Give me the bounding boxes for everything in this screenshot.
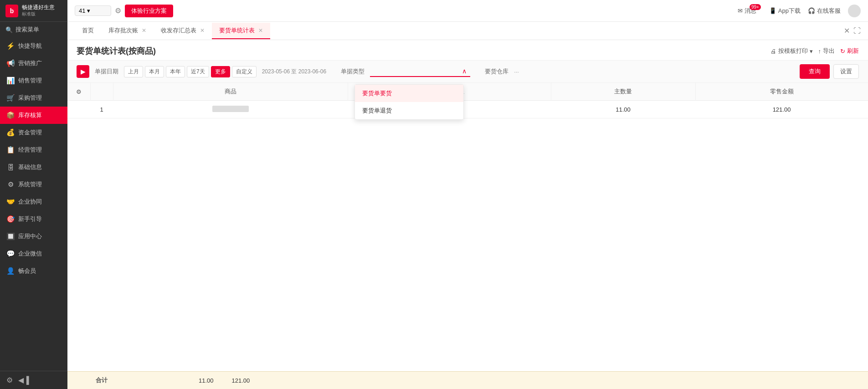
- date-range-btns: 上月 本月 本年 近7天 更多 自定义: [124, 66, 257, 77]
- filter-expand-btn[interactable]: ▶: [77, 65, 89, 78]
- page-title: 要货单统计表(按商品): [77, 46, 156, 56]
- sidebar-item-system[interactable]: ⚙ 系统管理: [0, 176, 67, 193]
- product-blurred-text: [212, 106, 249, 112]
- chevron-down-icon: ▾: [87, 7, 90, 14]
- dropdown-item-order-goods[interactable]: 要货单要货: [355, 85, 463, 102]
- date-btn-this-year[interactable]: 本年: [166, 66, 185, 77]
- tab-order-summary-close[interactable]: ✕: [258, 27, 263, 34]
- tab-inventory-batch[interactable]: 库存批次账 ✕: [101, 23, 154, 39]
- sidebar-item-purchase[interactable]: 🛒 采购管理: [0, 89, 67, 107]
- app-download-btn[interactable]: 📱 App下载: [769, 7, 801, 15]
- row-settings-cell: [67, 101, 90, 118]
- sidebar-item-label: 快捷导航: [18, 42, 42, 50]
- expand-tabs-btn[interactable]: ⛶: [853, 27, 861, 35]
- sidebar-item-marketing[interactable]: 📢 营销推广: [0, 55, 67, 72]
- messages-badge: 99+: [750, 4, 761, 10]
- wechat-icon: 💬: [6, 250, 15, 258]
- close-all-tabs-btn[interactable]: ✕: [844, 26, 850, 35]
- tab-home[interactable]: 首页: [75, 23, 101, 39]
- sidebar-item-enterprise[interactable]: 🤝 企业协同: [0, 193, 67, 210]
- sidebar-item-label: 基础信息: [18, 163, 42, 171]
- type-select-input[interactable]: [374, 68, 462, 75]
- sidebar-item-label: 销售管理: [18, 77, 42, 85]
- date-btn-more[interactable]: 更多: [211, 66, 230, 77]
- app-logo-icon: b: [5, 5, 18, 17]
- online-service-btn[interactable]: 🎧 在线客服: [808, 7, 841, 15]
- trial-industry-button[interactable]: 体验行业方案: [125, 5, 173, 17]
- app-download-label: App下载: [778, 7, 801, 15]
- sidebar-item-label: 库存核算: [18, 111, 42, 119]
- tab-receive-summary[interactable]: 收发存汇总表 ✕: [154, 23, 212, 39]
- date-btn-this-month[interactable]: 本月: [145, 66, 164, 77]
- apps-icon: 🔲: [6, 232, 15, 241]
- sidebar-collapse-btn[interactable]: ◀▐: [18, 376, 29, 384]
- mobile-icon: 📱: [769, 7, 776, 14]
- finance-icon: 💰: [6, 128, 15, 137]
- app-version: 标准版: [22, 11, 55, 17]
- company-selector-text: 41: [79, 7, 85, 14]
- warehouse-label: 要货仓库: [485, 67, 508, 76]
- dropdown-item-order-return[interactable]: 要货单退货: [355, 102, 463, 119]
- sidebar-item-label: 畅会员: [18, 267, 36, 275]
- export-btn[interactable]: ↑ 导出: [818, 47, 835, 55]
- sidebar-item-label: 采购管理: [18, 94, 42, 102]
- print-icon: 🖨: [770, 48, 776, 55]
- date-btn-last-7-days[interactable]: 近7天: [187, 66, 209, 77]
- warehouse-dots-btn[interactable]: ···: [514, 68, 519, 75]
- sidebar-logo: b 畅捷通好生意 标准版: [0, 0, 67, 22]
- tab-receive-summary-close[interactable]: ✕: [200, 27, 205, 34]
- sidebar-item-finance[interactable]: 💰 资金管理: [0, 124, 67, 141]
- chevron-down-icon: ▾: [810, 48, 813, 55]
- sidebar-item-apps[interactable]: 🔲 应用中心: [0, 228, 67, 245]
- user-avatar[interactable]: [848, 5, 861, 17]
- date-btn-last-month[interactable]: 上月: [124, 66, 143, 77]
- company-selector[interactable]: 41 ▾: [75, 5, 111, 16]
- print-template-btn[interactable]: 🖨 按模板打印 ▾: [770, 47, 813, 55]
- marketing-icon: 📢: [6, 59, 15, 67]
- topbar-settings-icon[interactable]: ⚙: [115, 6, 121, 15]
- date-btn-custom[interactable]: 自定义: [232, 66, 257, 77]
- sidebar-item-quick-nav[interactable]: ⚡ 快捷导航: [0, 37, 67, 55]
- sidebar-item-base[interactable]: 🗄 基础信息: [0, 159, 67, 176]
- sidebar-settings-btn[interactable]: ⚙: [6, 376, 13, 384]
- sidebar-item-label: 经营管理: [18, 146, 42, 154]
- sidebar-item-sales[interactable]: 📊 销售管理: [0, 72, 67, 89]
- sidebar-item-guide[interactable]: 🎯 新手引导: [0, 210, 67, 228]
- sidebar-bottom: ⚙ ◀▐: [0, 371, 67, 389]
- refresh-icon: ↻: [840, 48, 845, 55]
- type-select-arrow[interactable]: ∧: [462, 67, 467, 75]
- sidebar-item-inventory[interactable]: 📦 库存核算: [0, 107, 67, 124]
- sidebar-item-label: 资金管理: [18, 128, 42, 137]
- tab-inventory-batch-label: 库存批次账: [108, 26, 138, 35]
- inventory-icon: 📦: [6, 111, 15, 119]
- sidebar-nav: ⚡ 快捷导航 📢 营销推广 📊 销售管理 🛒 采购管理 📦 库存核算 💰 资金管…: [0, 37, 67, 371]
- sidebar-item-label: 新手引导: [18, 215, 42, 223]
- sidebar-item-wechat[interactable]: 💬 企业微信: [0, 245, 67, 262]
- messages-btn[interactable]: ✉ 消息 99+: [738, 7, 756, 15]
- page-header-actions: 🖨 按模板打印 ▾ ↑ 导出 ↻ 刷新: [770, 47, 859, 55]
- guide-icon: 🎯: [6, 215, 15, 223]
- sidebar-item-label: 营销推广: [18, 59, 42, 67]
- table-container: ⚙ 商品 主计量单位 主数量 零售金额 1: [67, 83, 868, 371]
- row-quantity-cell: 11.00: [551, 101, 695, 118]
- sidebar-search-label: 搜索菜单: [15, 26, 39, 34]
- sidebar-item-label: 企业协同: [18, 198, 42, 206]
- sidebar-item-member[interactable]: 👤 畅会员: [0, 262, 67, 280]
- operation-icon: 📋: [6, 146, 15, 154]
- tab-order-summary[interactable]: 要货单统计表 ✕: [212, 23, 270, 39]
- filter-settings-button[interactable]: 设置: [833, 64, 859, 79]
- col-header-settings[interactable]: ⚙: [67, 83, 90, 101]
- export-label: 导出: [823, 47, 835, 55]
- main-content: 41 ▾ ⚙ 体验行业方案 ✉ 消息 99+ 📱 App下载 🎧 在线客服: [67, 0, 868, 389]
- tabbar-actions: ✕ ⛶: [844, 26, 861, 35]
- tab-inventory-batch-close[interactable]: ✕: [142, 27, 146, 34]
- type-dropdown: 要货单要货 要货单退货: [354, 84, 464, 120]
- sidebar-item-operation[interactable]: 📋 经营管理: [0, 141, 67, 159]
- query-button[interactable]: 查询: [800, 64, 830, 79]
- table-header-row: ⚙ 商品 主计量单位 主数量 零售金额: [67, 83, 868, 101]
- type-select-container[interactable]: ∧: [370, 66, 470, 77]
- row-product-cell: [113, 101, 348, 118]
- refresh-btn[interactable]: ↻ 刷新: [840, 47, 859, 55]
- sidebar-search[interactable]: 🔍 搜索菜单: [0, 22, 67, 37]
- col-header-quantity: 主数量: [551, 83, 695, 101]
